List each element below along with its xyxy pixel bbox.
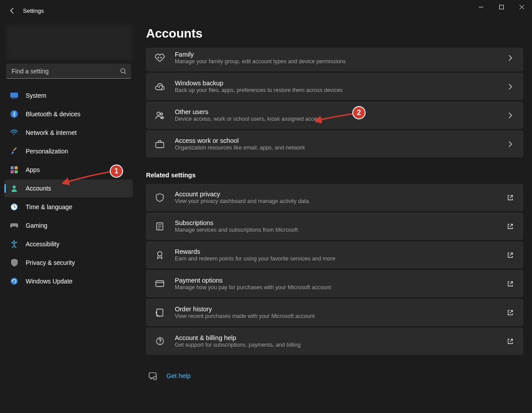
related-card-subscriptions[interactable]: Subscriptions Manage services and subscr… (146, 213, 523, 240)
window-title: Settings (23, 8, 44, 14)
sidebar-item-label: Personalization (26, 148, 68, 155)
sidebar-item-time[interactable]: Time & language (4, 198, 133, 216)
card-title: Family (175, 51, 506, 58)
credit-card-icon (154, 279, 165, 289)
monitor-icon (10, 91, 19, 100)
minimize-icon (479, 5, 483, 9)
chevron-right-icon (506, 55, 515, 61)
card-body: Payment options Manage how you pay for p… (175, 277, 506, 291)
card-body: Windows backup Back up your files, apps,… (175, 80, 506, 93)
card-title: Rewards (175, 248, 506, 255)
settings-card-family[interactable]: Family Manage your family group, edit ac… (146, 48, 523, 71)
external-link-icon (506, 338, 515, 344)
sidebar-item-bluetooth[interactable]: Bluetooth & devices (4, 105, 133, 123)
sidebar: System Bluetooth & devices Network & int… (0, 21, 137, 413)
card-body: Family Manage your family group, edit ac… (175, 51, 506, 65)
shield-icon (154, 192, 165, 203)
card-title: Windows backup (175, 80, 506, 87)
svg-point-18 (161, 113, 163, 115)
sidebar-item-label: System (26, 92, 46, 99)
svg-point-14 (11, 278, 18, 285)
settings-card-backup[interactable]: Windows backup Back up your files, apps,… (146, 73, 523, 100)
sidebar-item-gaming[interactable]: Gaming (4, 217, 133, 234)
related-card-privacy[interactable]: Account privacy View your privacy dashbo… (146, 184, 523, 211)
maximize-button[interactable] (491, 0, 512, 14)
minimize-button[interactable] (471, 0, 491, 14)
svg-point-26 (159, 343, 160, 344)
related-card-payment[interactable]: Payment options Manage how you pay for p… (146, 270, 523, 297)
apps-icon (10, 165, 19, 174)
rewards-icon (154, 250, 165, 260)
card-subtitle: View your privacy dashboard and manage a… (175, 198, 506, 204)
titlebar: Settings (0, 0, 532, 21)
card-subtitle: Earn and redeem points for using your fa… (175, 256, 506, 262)
external-link-icon (506, 195, 515, 201)
settings-card-work-school[interactable]: Access work or school Organization resou… (146, 130, 523, 157)
sidebar-item-personalization[interactable]: Personalization (4, 142, 133, 160)
svg-point-17 (157, 112, 160, 115)
briefcase-icon (154, 139, 165, 149)
sidebar-item-label: Accessibility (26, 241, 59, 248)
user-profile-block[interactable] (6, 25, 133, 60)
chevron-right-icon (506, 112, 515, 119)
other-users-icon (154, 110, 165, 121)
back-arrow-icon (9, 7, 16, 14)
svg-point-5 (14, 134, 15, 135)
svg-rect-7 (15, 166, 18, 169)
back-button[interactable] (4, 2, 21, 19)
sidebar-item-label: Accounts (26, 185, 51, 192)
shield-icon (10, 258, 19, 267)
sidebar-item-system[interactable]: System (4, 87, 133, 104)
card-title: Order history (175, 306, 506, 313)
annotation-arrow-1 (62, 169, 115, 187)
window-controls (471, 0, 532, 14)
close-button[interactable] (512, 0, 532, 14)
annotation-badge-2: 2 (352, 106, 366, 119)
sidebar-item-network[interactable]: Network & internet (4, 124, 133, 141)
svg-rect-8 (11, 170, 14, 173)
get-help-icon: ? (149, 371, 158, 380)
get-help-row: ? Get help (146, 371, 523, 380)
bluetooth-icon (10, 110, 19, 119)
card-subtitle: Back up your files, apps, preferences to… (175, 87, 506, 93)
history-icon (154, 307, 165, 318)
svg-point-22 (158, 252, 162, 256)
card-subtitle: Organization resources like email, apps,… (175, 145, 506, 151)
related-card-order-history[interactable]: Order history View recent purchases made… (146, 299, 523, 326)
sidebar-item-label: Network & internet (26, 129, 77, 136)
card-title: Account privacy (175, 191, 506, 198)
sidebar-item-update[interactable]: Windows Update (4, 272, 133, 290)
maximize-icon (499, 5, 504, 9)
annotation-badge-1: 1 (110, 164, 123, 178)
page-title: Accounts (146, 27, 523, 41)
sidebar-item-label: Windows Update (26, 278, 73, 285)
external-link-icon (506, 223, 515, 229)
card-title: Access work or school (175, 137, 506, 144)
external-link-icon (506, 281, 515, 287)
close-icon (520, 5, 524, 9)
wifi-icon (10, 128, 19, 137)
accessibility-icon (10, 240, 19, 249)
person-icon (10, 184, 19, 193)
svg-rect-2 (11, 93, 18, 98)
related-card-billing-help[interactable]: Account & billing help Get support for s… (146, 328, 523, 355)
sidebar-item-privacy[interactable]: Privacy & security (4, 254, 133, 272)
svg-point-1 (121, 69, 125, 73)
card-subtitle: View recent purchases made with your Mic… (175, 313, 506, 319)
card-body: Rewards Earn and redeem points for using… (175, 248, 506, 262)
svg-point-13 (13, 241, 15, 242)
related-card-rewards[interactable]: Rewards Earn and redeem points for using… (146, 241, 523, 268)
chevron-right-icon (506, 84, 515, 90)
sidebar-item-label: Privacy & security (26, 259, 75, 266)
sidebar-item-label: Gaming (26, 222, 47, 229)
get-help-link[interactable]: Get help (166, 372, 191, 379)
sidebar-item-label: Apps (26, 166, 40, 173)
external-link-icon (506, 252, 515, 258)
svg-rect-6 (11, 166, 14, 169)
gamepad-icon (10, 221, 19, 230)
card-body: Account privacy View your privacy dashbo… (175, 191, 506, 204)
card-body: Subscriptions Manage services and subscr… (175, 219, 506, 233)
card-body: Account & billing help Get support for s… (175, 334, 506, 348)
search-input[interactable] (6, 64, 131, 79)
sidebar-item-accessibility[interactable]: Accessibility (4, 235, 133, 253)
